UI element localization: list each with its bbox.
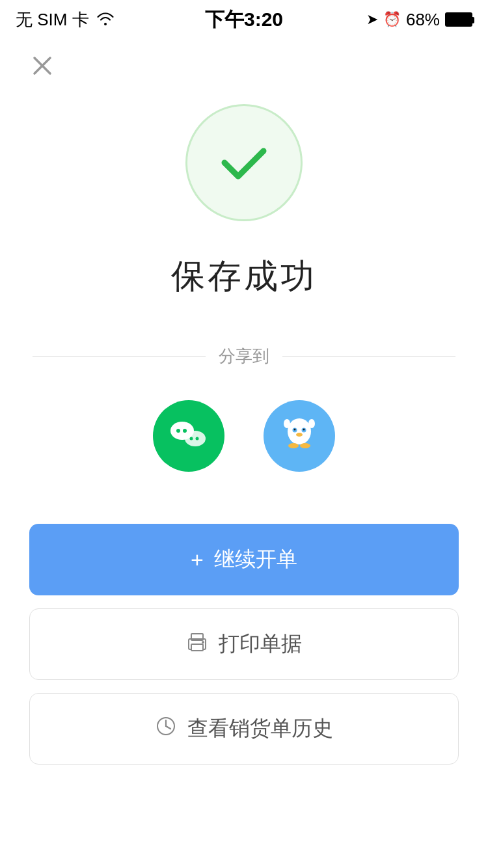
divider-line-right	[282, 356, 455, 357]
share-qq-button[interactable]	[264, 400, 335, 472]
svg-point-3	[176, 429, 180, 433]
svg-point-7	[196, 437, 199, 441]
status-time: 下午3:20	[205, 7, 283, 33]
svg-point-15	[308, 419, 315, 428]
qq-icon	[279, 413, 319, 459]
svg-point-21	[202, 641, 204, 644]
battery-icon	[445, 12, 472, 27]
alarm-icon: ⏰	[383, 11, 401, 28]
svg-point-8	[288, 418, 311, 444]
svg-point-4	[183, 429, 187, 433]
status-bar: 无 SIM 卡 下午3:20 ➤ ⏰ 68%	[0, 0, 488, 39]
continue-icon: +	[191, 547, 204, 573]
status-right: ➤ ⏰ 68%	[366, 10, 472, 30]
checkmark-icon	[215, 133, 273, 192]
svg-point-12	[303, 429, 305, 431]
share-divider: 分享到	[33, 345, 455, 368]
share-wechat-button[interactable]	[153, 400, 224, 472]
svg-point-10	[294, 429, 296, 431]
success-title: 保存成功	[171, 254, 317, 299]
share-label: 分享到	[219, 345, 269, 368]
print-label: 打印单据	[219, 630, 302, 658]
continue-button[interactable]: + 继续开单	[29, 524, 459, 595]
svg-point-14	[284, 419, 290, 428]
status-left: 无 SIM 卡	[16, 8, 115, 31]
wifi-icon	[96, 10, 115, 30]
svg-point-16	[288, 443, 299, 448]
history-label: 查看销货单历史	[187, 714, 333, 743]
svg-point-17	[300, 443, 310, 448]
action-buttons: + 继续开单 打印单据	[29, 524, 459, 765]
close-button[interactable]	[26, 49, 59, 82]
main-content: 保存成功 分享到	[0, 39, 488, 765]
svg-point-5	[185, 431, 206, 446]
share-buttons	[153, 400, 335, 472]
battery-text: 68%	[406, 10, 440, 30]
success-icon-wrapper	[185, 104, 303, 221]
svg-line-24	[166, 726, 170, 729]
wechat-icon	[167, 418, 211, 454]
print-icon	[186, 631, 208, 658]
divider-line-left	[33, 356, 206, 357]
svg-point-6	[190, 437, 193, 441]
no-sim-text: 无 SIM 卡	[16, 8, 89, 31]
continue-label: 继续开单	[214, 545, 297, 574]
history-icon	[155, 715, 177, 742]
history-button[interactable]: 查看销货单历史	[29, 693, 459, 765]
print-button[interactable]: 打印单据	[29, 608, 459, 680]
svg-point-13	[296, 433, 303, 437]
location-icon: ➤	[366, 11, 378, 28]
svg-rect-20	[191, 644, 203, 651]
